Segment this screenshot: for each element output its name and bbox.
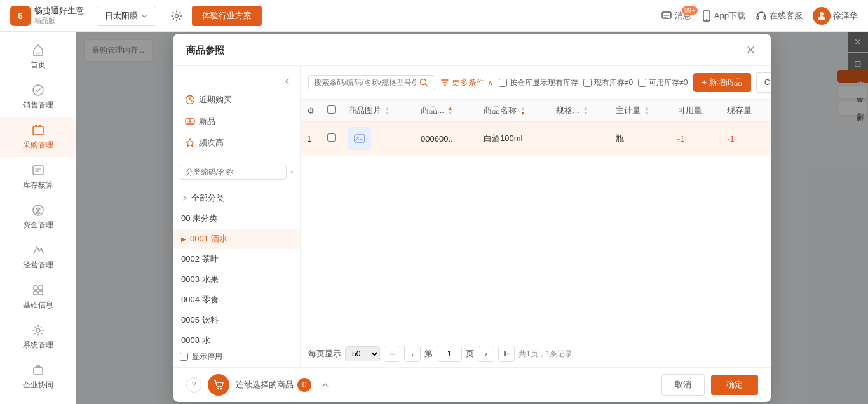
row-select-checkbox[interactable] [327,133,336,142]
quick-frequent[interactable]: 频次高 [180,133,294,152]
category-all[interactable]: 全部分类 [173,188,300,208]
sidebar-item-guide[interactable]: 新手引导 [0,397,76,404]
svg-rect-4 [757,16,759,19]
category-alcohol[interactable]: ▶0001 酒水 [173,229,300,249]
row-name: 白酒100ml [477,122,550,156]
checkbox-available-nonzero-input[interactable] [638,79,646,87]
footer-right: 取消 确定 [661,374,758,396]
category-tea[interactable]: 0002 茶叶 [173,249,300,269]
experience-button[interactable]: 体验行业方案 [192,6,262,26]
show-disabled-label: 显示停用 [192,351,222,362]
category-water[interactable]: 0008 水 [173,330,300,346]
gear-button[interactable] [166,6,187,26]
checkbox-available-nonzero[interactable]: 可用库存≠0 [638,77,688,88]
left-panel: 近期购买 新品 频次高 [173,66,301,367]
username: 徐泽华 [833,10,858,22]
col-available: 可用量 [671,100,721,122]
refresh-button[interactable]: C 刷新 [756,72,771,93]
svg-rect-9 [33,126,43,135]
table-row[interactable]: 1 [301,122,771,156]
last-page-btn[interactable]: ⊫ [498,346,515,362]
svg-rect-10 [33,166,43,175]
checkbox-by-warehouse-input[interactable] [499,79,507,87]
nav-app-download[interactable]: App下载 [702,10,745,22]
sidebar-operation-label: 经营管理 [23,260,53,271]
help-button[interactable]: ? [186,377,201,393]
category-snack[interactable]: 0004 零食 [173,290,300,310]
collapse-left-btn[interactable] [281,75,294,88]
category-fruit[interactable]: 0003 水果 [173,269,300,290]
home-icon [31,43,45,57]
sidebar-item-inventory[interactable]: 库存核算 [0,157,76,197]
sort-code-icon: ▲▼ [448,106,453,116]
sidebar-purchase-label: 采购管理 [23,140,53,151]
sidebar-item-finance[interactable]: 资金管理 [0,197,76,237]
checkbox-by-warehouse[interactable]: 按仓库显示现有库存 [499,77,578,88]
select-all-checkbox[interactable] [327,105,336,114]
search-product-icon[interactable] [419,78,428,87]
confirm-button[interactable]: 确定 [711,375,758,395]
checkbox-stock-nonzero[interactable]: 现有库存≠0 [583,77,633,88]
sidebar-item-purchase[interactable]: 采购管理 [0,117,76,157]
search-icon[interactable] [290,168,294,177]
cancel-button[interactable]: 取消 [661,374,705,396]
modal-body: 近期购买 新品 频次高 [173,66,771,367]
basic-icon [31,283,45,297]
per-page-select[interactable]: 50 10 20 100 [345,346,380,361]
sidebar-inventory-label: 库存核算 [23,180,53,191]
row-code: 000600... [414,122,477,156]
sidebar-home-label: 首页 [31,60,46,71]
logo-sub: 精品版 [34,16,84,25]
new-icon [185,116,195,126]
expand-icon [181,194,189,202]
filter-button[interactable]: 更多条件 ∧ [440,77,494,88]
category-drink[interactable]: 0005 饮料 [173,310,300,330]
next-page-btn[interactable]: › [478,346,494,362]
message-icon [661,10,672,22]
category-search-input[interactable] [180,165,287,180]
col-unit: 主计量 ▲▼ [609,100,671,122]
modal-footer: ? 连续选择的商品 0 取消 确定 [173,367,771,402]
quick-recent-purchase[interactable]: 近期购买 [180,90,294,109]
purchase-icon [31,123,45,137]
nav-message[interactable]: 消息 99+ [661,10,691,22]
product-search-input[interactable] [314,78,416,87]
show-disabled-checkbox[interactable]: 显示停用 [180,351,294,362]
sidebar-item-system[interactable]: 系统管理 [0,317,76,357]
sidebar-item-basic[interactable]: 基础信息 [0,277,76,317]
modal-close-button[interactable]: ✕ [743,43,758,58]
first-page-btn[interactable]: ⊨ [384,346,400,362]
row-stock: -1 [721,122,771,156]
svg-point-31 [217,388,219,389]
sidebar-system-label: 系统管理 [23,340,53,351]
quick-new[interactable]: 新品 [180,112,294,131]
product-search-wrap [308,75,435,90]
sort-image-icon: ▲▼ [385,106,390,116]
nav-selector[interactable]: 日太阳膜 [97,6,156,26]
show-disabled-input[interactable] [180,353,188,361]
svg-rect-5 [764,16,766,19]
svg-point-28 [421,79,426,85]
page-number-input[interactable] [437,346,462,362]
category-unclassified[interactable]: 00 未分类 [173,208,300,229]
prev-page-btn[interactable]: ‹ [404,346,421,362]
nav-online-service[interactable]: 在线客服 [756,10,803,22]
selected-count-badge: 0 [297,378,311,392]
nav-user[interactable]: 徐泽华 [813,7,858,25]
svg-rect-7 [36,52,40,55]
sidebar-item-enterprise[interactable]: 企业协同 [0,357,76,397]
add-product-button[interactable]: + 新增商品 [693,73,751,92]
row-checkbox[interactable] [321,122,342,156]
quick-frequent-label: 频次高 [199,137,224,149]
checkbox-stock-nonzero-input[interactable] [583,79,592,87]
sidebar-item-operation[interactable]: 经营管理 [0,237,76,277]
toolbar-right: + 新增商品 C 刷新 [693,72,771,93]
modal-header: 商品参照 ✕ [173,34,771,66]
cart-button[interactable] [208,374,229,396]
sidebar-item-home[interactable]: 首页 [0,37,76,77]
filter-label: 更多条件 [452,77,485,88]
pagination-bar: 每页显示 50 10 20 100 ⊨ ‹ 第 页 [301,340,771,367]
sidebar-item-sales[interactable]: 销售管理 [0,77,76,117]
sidebar-sales-label: 销售管理 [23,100,53,111]
collapse-footer-btn[interactable] [318,377,333,393]
